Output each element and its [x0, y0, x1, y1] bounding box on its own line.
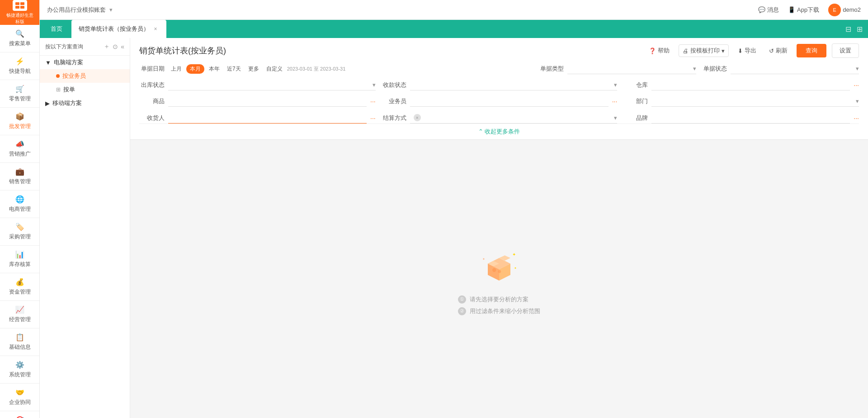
help-label: 帮助: [658, 47, 670, 55]
tab-restore-button[interactable]: ⊟: [844, 23, 853, 35]
order-icon: ⊞: [56, 86, 61, 93]
collapse-conditions-button[interactable]: ⌃ 收起更多条件: [139, 124, 859, 139]
tree-child-salesperson-label: 按业务员: [62, 72, 86, 80]
message-button[interactable]: 💬 消息: [758, 6, 779, 14]
scheme-tree: ▼ 电脑端方案 按业务员 ⊞ 按单 ▶ 移动端方案: [40, 56, 130, 110]
sidebar-item-sales[interactable]: 💼 销售管理: [0, 163, 40, 190]
tab-maximize-button[interactable]: ⊞: [855, 23, 864, 35]
payment-select[interactable]: ▾: [410, 80, 618, 90]
tab-report[interactable]: 销货单统计表（按业务员） ×: [71, 20, 166, 38]
operations-icon: 📈: [15, 305, 24, 314]
warehouse-more-button[interactable]: ···: [854, 81, 859, 89]
date-tab-last7[interactable]: 近7天: [224, 64, 244, 74]
docstatus-select[interactable]: ▾: [731, 63, 859, 74]
sidebar-item-label: 基础信息: [9, 343, 31, 351]
warehouse-input[interactable]: [651, 80, 850, 90]
sidebar: 畅捷通好生意 标版 🔍 搜索菜单 ⚡ 快捷导航 🛒 零售管理 📦 批发管理 📣 …: [0, 0, 40, 418]
user-profile-button[interactable]: E demo2: [828, 4, 861, 16]
query-button[interactable]: 查询: [797, 44, 826, 57]
date-tab-more[interactable]: 更多: [245, 64, 262, 74]
sidebar-item-inventory[interactable]: 📊 库存核算: [0, 246, 40, 273]
tree-arrow-pc: ▼: [45, 59, 51, 66]
sidebar-item-label: 系统管理: [9, 371, 31, 379]
svg-rect-3: [20, 6, 24, 9]
logo-icon: [13, 0, 27, 11]
date-range: 2023-03-01 至 2023-03-31: [287, 66, 346, 72]
sidebar-item-label: 资金管理: [9, 288, 31, 296]
sidebar-item-basic[interactable]: 📋 基础信息: [0, 328, 40, 356]
sidebar-item-marketing[interactable]: 📣 营销推广: [0, 135, 40, 163]
collapse-chevron-icon: ⌃: [478, 128, 483, 135]
sidebar-item-label: 搜索菜单: [9, 40, 31, 48]
print-button[interactable]: 🖨 按模板打印 ▾: [679, 44, 729, 57]
filter-warehouse: 仓库 ···: [623, 80, 859, 90]
sidebar-item-system[interactable]: ⚙️ 系统管理: [0, 356, 40, 384]
tree-node-mobile[interactable]: ▶ 移动端方案: [40, 96, 130, 110]
sidebar-item-purchase[interactable]: 🏷️ 采购管理: [0, 218, 40, 246]
print-icon: 🖨: [683, 48, 689, 54]
receiver-input[interactable]: [168, 113, 367, 124]
filter-brand: 品牌 ···: [623, 113, 859, 124]
enterprise-icon: 🤝: [15, 388, 24, 397]
filter-goods: 商品 ···: [139, 96, 376, 107]
filter-doctype: 单据类型 ▾: [538, 63, 696, 74]
collapse-label: 收起更多条件: [485, 128, 520, 135]
tree-child-salesperson[interactable]: 按业务员: [40, 69, 130, 83]
tree-node-pc[interactable]: ▼ 电脑端方案: [40, 56, 130, 69]
brand-input[interactable]: [651, 113, 850, 124]
goods-more-button[interactable]: ···: [370, 98, 376, 105]
salesperson-input[interactable]: [410, 96, 609, 107]
help-button[interactable]: ❓ 帮助: [645, 45, 673, 57]
svg-point-13: [498, 270, 501, 273]
hint-item-2: ② 用过滤条件来缩小分析范围: [458, 307, 540, 315]
outbound-select[interactable]: ▾: [168, 80, 376, 90]
topbar-dropdown-icon[interactable]: ▾: [109, 6, 113, 13]
receiver-label: 收货人: [139, 114, 165, 122]
export-icon: ⬇: [738, 48, 743, 54]
receiver-more-button[interactable]: ···: [370, 114, 376, 122]
date-tab-lastmonth[interactable]: 上月: [168, 64, 184, 74]
page-header: 销货单统计表(按业务员) ❓ 帮助 🖨 按模板打印 ▾ ⬇: [130, 38, 868, 140]
hint-text-2: 用过滤条件来缩小分析范围: [470, 307, 540, 315]
content-area: 按以下方案查询 ＋ ⊙ « ▼ 电脑端方案 按业务员 ⊞: [40, 38, 868, 418]
edit-scheme-button[interactable]: ⊙: [113, 43, 118, 50]
app-download-button[interactable]: 📱 App下载: [788, 6, 819, 14]
settlement-select[interactable]: × ▾: [410, 112, 618, 124]
sidebar-item-retail[interactable]: 🛒 零售管理: [0, 80, 40, 108]
sidebar-item-finance[interactable]: 💰 资金管理: [0, 273, 40, 301]
salesperson-more-button[interactable]: ···: [612, 98, 618, 105]
date-tab-thismonth[interactable]: 本月: [186, 64, 204, 74]
brand-label: 品牌: [623, 114, 648, 122]
sidebar-item-label: 批发管理: [9, 123, 31, 130]
dept-select[interactable]: ▾: [651, 96, 859, 107]
settlement-clear-button[interactable]: ×: [414, 114, 421, 121]
sidebar-item-enterprise[interactable]: 🤝 企业协同: [0, 384, 40, 411]
brand-more-button[interactable]: ···: [854, 114, 859, 122]
goods-input[interactable]: [168, 96, 367, 107]
sidebar-item-ecommerce[interactable]: 🌐 电商管理: [0, 190, 40, 218]
add-scheme-button[interactable]: ＋: [104, 43, 110, 51]
main-area: 办公用品行业模拟账套 ▾ 💬 消息 📱 App下载 E demo2 首页: [40, 0, 868, 418]
tree-child-order[interactable]: ⊞ 按单: [40, 83, 130, 96]
sidebar-item-operations[interactable]: 📈 经营管理: [0, 301, 40, 328]
finance-icon: 💰: [15, 278, 24, 286]
sidebar-item-search[interactable]: 🔍 搜索菜单: [0, 25, 40, 52]
tree-node-mobile-label: 移动端方案: [52, 99, 82, 107]
date-tab-custom[interactable]: 自定义: [264, 64, 285, 74]
sidebar-item-newbie[interactable]: 🎯 新手引导: [0, 411, 40, 418]
collapse-panel-button[interactable]: «: [121, 43, 124, 50]
sidebar-item-label: 快捷导航: [9, 67, 31, 75]
date-tabs: 上月 本月 本年 近7天 更多 自定义: [168, 64, 285, 74]
message-icon: 💬: [758, 6, 765, 13]
tab-close-button[interactable]: ×: [152, 25, 159, 33]
settings-button[interactable]: 设置: [832, 43, 859, 58]
date-tab-thisyear[interactable]: 本年: [206, 64, 222, 74]
payment-label: 收款状态: [381, 81, 406, 89]
export-label: 导出: [745, 47, 756, 55]
export-button[interactable]: ⬇ 导出: [734, 45, 760, 57]
sidebar-item-shortcut[interactable]: ⚡ 快捷导航: [0, 52, 40, 80]
tab-home[interactable]: 首页: [43, 20, 70, 38]
doctype-select[interactable]: ▾: [567, 63, 696, 74]
sidebar-item-wholesale[interactable]: 📦 批发管理: [0, 108, 40, 135]
refresh-button[interactable]: ↺ 刷新: [765, 45, 791, 57]
